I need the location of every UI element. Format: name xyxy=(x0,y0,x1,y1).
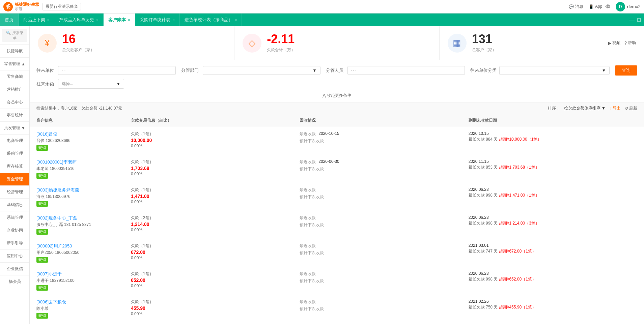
customer-name[interactable]: [0006]去下粮仓 xyxy=(36,299,66,304)
table-row: [0001020001]李老师 李老师 18600391516 现销 欠款（1笔… xyxy=(30,155,644,183)
results-bar: 搜索结果中，客户16家 欠款金额 -21,148.07元 排序： 按欠款金额倒序… xyxy=(30,103,644,114)
help-btn[interactable]: ? 帮助 xyxy=(624,40,636,46)
sidebar-item-marketing[interactable]: 营销推广 xyxy=(0,83,29,96)
overdue-link[interactable]: 超期¥1,471.00（1笔） xyxy=(499,193,539,198)
sidebar: 🔍 搜索菜单 快捷导航 零售管理 ▲ 零售商城 营销推广 会员中心 零售统计 批… xyxy=(0,26,30,324)
sidebar-item-batch-mgmt[interactable]: 批发管理 ▼ xyxy=(0,122,29,135)
tab-product-offline[interactable]: 商品上下架 × xyxy=(19,13,54,26)
company-select[interactable]: 母婴行业演示账套 xyxy=(43,3,81,10)
overdue-link[interactable]: 超期¥1,703.68（1笔） xyxy=(499,165,539,170)
sidebar-item-sys-mgmt[interactable]: 系统管理 xyxy=(0,211,29,224)
chevron-up-icon: ⋀ xyxy=(323,93,326,98)
chevron-icon: ▲ xyxy=(21,62,25,66)
customer-tag: 现销 xyxy=(36,173,48,179)
customer-tag: 现销 xyxy=(36,313,48,319)
customer-tag: 现销 xyxy=(36,201,48,207)
customer-cell: [0016]吕俊 吕俊 13026203696 现销 xyxy=(36,131,131,151)
tab-customer-account[interactable]: 客户账本 × xyxy=(104,13,135,26)
customer-tag: 现销 xyxy=(36,145,48,151)
close-icon[interactable]: × xyxy=(172,18,174,22)
customer-name[interactable]: [0002]服务中心_丁磊 xyxy=(36,215,77,220)
refresh-btn[interactable]: ↺ 刷新 xyxy=(625,106,637,111)
overdue-cell: 2021.02.26 最长欠款 750 天 超期¥455.90（1笔） xyxy=(469,299,637,310)
debt-cell: 欠款（1笔） 455.90 0.00% xyxy=(131,299,300,316)
close-icon[interactable]: × xyxy=(47,18,49,22)
sidebar-item-newbie-guide[interactable]: 新手引导 xyxy=(0,237,29,250)
tab-inbound-summary[interactable]: 进货单统计表（按商品） × xyxy=(180,13,242,26)
close-icon[interactable]: × xyxy=(235,18,237,22)
phone-icon: 📱 xyxy=(589,4,594,9)
col-header-recovery: 回收情况 xyxy=(300,118,468,123)
search-btn[interactable]: 查询 xyxy=(615,65,637,76)
results-summary: 搜索结果中，客户16家 xyxy=(36,106,77,111)
recovery-cell: 最近收款 预计下次收款 xyxy=(300,187,468,200)
col-header-debt: 欠款交易信息（占比） xyxy=(131,118,300,123)
filter-select-balance[interactable]: 选择... ▼ xyxy=(58,79,124,89)
overdue-link[interactable]: 超期¥1,214.00（3笔） xyxy=(499,221,539,226)
chevron-down-icon: ▼ xyxy=(602,68,606,73)
overdue-cell: 2020.06.23 最长欠款 998 天 超期¥1,214.00（3笔） xyxy=(469,215,637,226)
customer-name[interactable]: [0007]小进干 xyxy=(36,271,62,276)
debt-cell: 欠款（1笔） 1,471.00 0.00% xyxy=(131,187,300,204)
col-header-overdue: 到期未收款日期 xyxy=(469,118,637,123)
sidebar-item-finance-mgmt[interactable]: 资金管理 xyxy=(0,173,29,186)
filter-select-category[interactable]: ▼ xyxy=(499,66,610,75)
close-icon[interactable]: × xyxy=(96,18,98,22)
sort-select[interactable]: 按欠款金额倒序排序 ▼ xyxy=(564,106,606,111)
recovery-cell: 最近收款 预计下次收款 xyxy=(300,299,468,312)
close-icon[interactable]: × xyxy=(128,18,130,22)
customer-name[interactable]: [000002]用户2050 xyxy=(36,243,72,248)
customer-name[interactable]: [0003]畅捷服务尹海燕 xyxy=(36,187,79,193)
avatar[interactable]: D xyxy=(616,2,625,11)
sidebar-item-member-center[interactable]: 会员中心 xyxy=(0,96,29,109)
sidebar-item-purchase-mgmt[interactable]: 采购管理 xyxy=(0,147,29,160)
table-row: [0006]去下粮仓 陈小希 现销 欠款（1笔） 455.90 0.00% 最近… xyxy=(30,295,644,323)
maximize-btn[interactable]: □ xyxy=(637,17,641,23)
filter-input-person[interactable]: ··· xyxy=(347,66,465,75)
app-download-btn[interactable]: 📱 App下载 xyxy=(589,4,610,9)
collapse-bar[interactable]: ⋀ 收起更多条件 xyxy=(36,91,637,100)
sidebar-item-operation-mgmt[interactable]: 经营管理 xyxy=(0,186,29,199)
stat-card-3-info: 131 总客户（家） xyxy=(472,33,603,53)
stat-icon-currency: ¥ xyxy=(38,34,57,53)
overdue-link[interactable]: 超期¥455.90（1笔） xyxy=(499,305,536,310)
sidebar-item-basic-info[interactable]: 基础信息 xyxy=(0,199,29,211)
filter-input-unit[interactable]: ··· xyxy=(58,66,176,75)
sidebar-item-corp-collab[interactable]: 企业协同 xyxy=(0,224,29,237)
sidebar-item-corp-wechat[interactable]: 企业微信 xyxy=(0,263,29,275)
debt-cell: 欠款（3笔） 1,214.00 0.00% xyxy=(131,215,300,232)
customer-name[interactable]: [0016]吕俊 xyxy=(36,131,57,137)
sidebar-item-retail-stats[interactable]: 零售统计 xyxy=(0,109,29,122)
filter-item-person: 分管人员 ··· xyxy=(326,66,465,75)
sidebar-item-retail-mgmt[interactable]: 零售管理 ▲ xyxy=(0,58,29,70)
chevron-down-icon: ▼ xyxy=(313,68,317,73)
message-btn[interactable]: 💬 消息 xyxy=(569,4,583,9)
filter-label-person: 分管人员 xyxy=(326,67,345,73)
sidebar-item-inventory[interactable]: 库存核算 xyxy=(0,160,29,173)
overdue-link[interactable]: 超期¥672.00（1笔） xyxy=(499,249,536,254)
overdue-link[interactable]: 超期¥652.00（1笔） xyxy=(499,277,536,282)
overdue-link[interactable]: 超期¥10,000.00（1笔） xyxy=(499,137,542,142)
filter-select-dept[interactable]: ▼ xyxy=(203,66,320,75)
export-btn[interactable]: ↑ 导出 xyxy=(610,106,621,111)
results-bar-left: 搜索结果中，客户16家 欠款金额 -21,148.07元 xyxy=(36,106,122,111)
view-btn[interactable]: ▶ 视频 xyxy=(608,40,620,46)
sidebar-item-app-center[interactable]: 应用中心 xyxy=(0,250,29,263)
sidebar-item-ecom-mgmt[interactable]: 电商管理 xyxy=(0,135,29,147)
debt-cell: 欠款（1笔） 10,000.00 0.00% xyxy=(131,131,300,148)
logo-area: 畅 畅捷通好生意 示范 xyxy=(3,2,39,11)
message-icon: 💬 xyxy=(569,4,574,9)
sidebar-search[interactable]: 🔍 搜索菜单 xyxy=(0,26,29,45)
customer-contact: 李老师 18600391516 xyxy=(36,166,131,172)
search-menu-box[interactable]: 🔍 搜索菜单 xyxy=(2,29,27,42)
stat-card-1-info: 16 总欠款客户（家） xyxy=(62,33,94,53)
tab-purchase-summary[interactable]: 采购订单统计表 × xyxy=(135,13,179,26)
sidebar-item-retail-mall[interactable]: 零售商城 xyxy=(0,70,29,83)
stat-icon-diamond: ◇ xyxy=(243,34,261,53)
minimize-btn[interactable]: — xyxy=(629,17,635,23)
sidebar-item-quick-nav[interactable]: 快捷导航 xyxy=(0,45,29,58)
tab-produce-history[interactable]: 产成品入库单历史 × xyxy=(54,13,103,26)
customer-name[interactable]: [0001020001]李老师 xyxy=(36,159,77,165)
tab-home[interactable]: 首页 xyxy=(0,13,19,26)
sidebar-item-vip-member[interactable]: 畅会员 xyxy=(0,275,29,288)
